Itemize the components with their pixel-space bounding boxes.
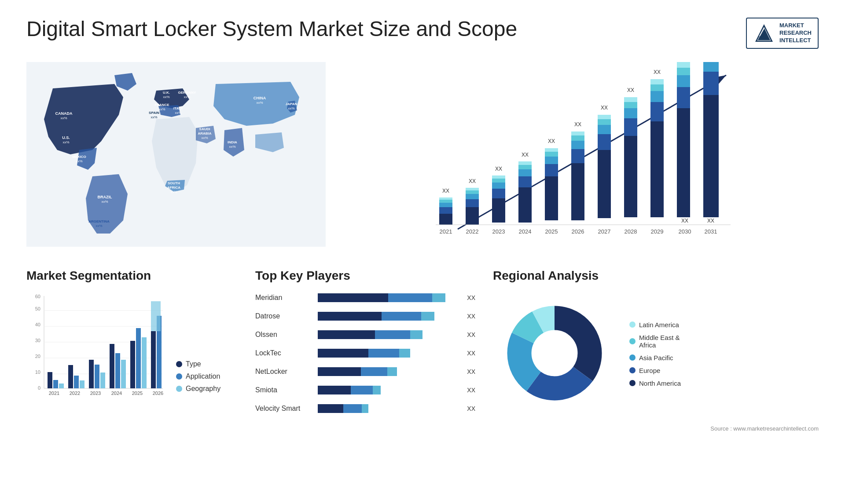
player-row-netlocker: NetLocker XX [255, 365, 475, 378]
svg-rect-162 [368, 349, 399, 358]
svg-text:xx%: xx% [62, 140, 69, 144]
svg-rect-94 [677, 75, 690, 87]
svg-rect-95 [677, 68, 690, 75]
svg-rect-167 [318, 386, 351, 394]
svg-text:xx%: xx% [101, 200, 108, 204]
svg-text:30: 30 [35, 338, 40, 343]
svg-rect-141 [136, 328, 141, 388]
svg-text:GERMANY: GERMANY [178, 91, 197, 95]
player-row-smiota: Smiota XX [255, 384, 475, 396]
svg-text:xx%: xx% [96, 224, 102, 228]
player-bar-smiota [318, 384, 458, 396]
svg-rect-171 [343, 404, 362, 413]
svg-rect-99 [703, 62, 719, 72]
svg-rect-152 [318, 293, 388, 302]
player-bar-olssen [318, 329, 458, 341]
svg-text:0: 0 [38, 385, 40, 391]
legend-application: Application [176, 373, 220, 380]
svg-rect-52 [492, 183, 505, 189]
svg-text:xx%: xx% [201, 136, 208, 140]
svg-text:U.S.: U.S. [62, 135, 70, 140]
svg-rect-44 [466, 207, 479, 225]
legend-dot-application [176, 373, 182, 380]
svg-rect-38 [439, 214, 452, 225]
svg-rect-168 [351, 386, 373, 394]
svg-rect-169 [373, 386, 381, 394]
svg-text:2021: 2021 [49, 391, 59, 396]
player-xx-velocity: XX [467, 405, 475, 412]
legend-label-asia-pacific: Asia Pacific [639, 354, 673, 362]
svg-text:ITALY: ITALY [173, 106, 183, 110]
legend-dot-europe [629, 367, 636, 373]
player-bar-velocity [318, 402, 458, 415]
bar-chart-area: XX XX XX [343, 62, 819, 247]
legend-label-europe: Europe [639, 367, 660, 374]
player-xx-netlocker: XX [467, 368, 475, 375]
svg-text:U.K.: U.K. [163, 91, 170, 95]
legend-label-type: Type [186, 360, 201, 368]
svg-text:2023: 2023 [492, 228, 505, 235]
svg-rect-136 [100, 373, 105, 388]
bottom-section: Market Segmentation 0 10 20 30 40 50 60 [26, 269, 819, 432]
svg-text:AFRICA: AFRICA [167, 186, 180, 190]
svg-text:2021: 2021 [440, 228, 452, 235]
svg-rect-159 [375, 330, 410, 339]
svg-rect-71 [571, 135, 584, 141]
svg-rect-69 [571, 149, 584, 163]
svg-rect-86 [650, 121, 664, 217]
legend-dot-asia-pacific [629, 354, 636, 361]
svg-text:xx%: xx% [229, 145, 235, 149]
svg-rect-96 [677, 62, 690, 68]
logo: MARKETRESEARCHINTELLECT [746, 18, 819, 49]
svg-rect-74 [598, 150, 611, 218]
svg-rect-158 [318, 330, 375, 339]
svg-text:XX: XX [442, 188, 449, 194]
regional-legend-north-america: North America [629, 380, 681, 387]
svg-rect-78 [598, 115, 611, 119]
svg-rect-66 [545, 148, 558, 152]
segmentation-title: Market Segmentation [26, 269, 238, 283]
svg-rect-50 [492, 198, 505, 223]
svg-rect-80 [624, 136, 637, 217]
svg-rect-166 [387, 367, 397, 376]
player-row-velocity: Velocity Smart XX [255, 402, 475, 415]
svg-text:50: 50 [35, 306, 40, 311]
player-name-netlocker: NetLocker [255, 368, 312, 376]
svg-text:ARABIA: ARABIA [198, 131, 211, 135]
svg-rect-163 [399, 349, 410, 358]
svg-rect-90 [650, 79, 664, 84]
svg-text:MEXICO: MEXICO [72, 155, 86, 159]
player-name-smiota: Smiota [255, 386, 312, 394]
svg-text:xx%: xx% [184, 95, 190, 99]
svg-text:10: 10 [35, 369, 40, 375]
svg-text:XX: XX [707, 218, 714, 224]
svg-text:JAPAN: JAPAN [286, 102, 298, 106]
player-xx-datrose: XX [467, 313, 475, 320]
svg-text:XX: XX [548, 138, 555, 144]
svg-rect-170 [318, 404, 343, 413]
regional-legend-europe: Europe [629, 367, 681, 374]
legend-dot-north-america [629, 380, 636, 386]
svg-text:XX: XX [627, 87, 634, 93]
svg-text:2031: 2031 [705, 228, 717, 235]
svg-text:XX: XX [522, 152, 529, 158]
svg-rect-84 [624, 97, 637, 102]
svg-rect-145 [151, 301, 161, 331]
svg-text:2026: 2026 [153, 391, 163, 396]
legend-label-geography: Geography [186, 385, 220, 393]
svg-rect-156 [382, 312, 421, 321]
segmentation-chart-svg: 0 10 20 30 40 50 60 [26, 292, 167, 406]
key-players-area: Top Key Players Meridian XX Datrose [255, 269, 475, 415]
svg-rect-68 [571, 163, 584, 220]
svg-rect-155 [318, 312, 382, 321]
player-name-datrose: Datrose [255, 312, 312, 320]
svg-text:xx%: xx% [288, 106, 294, 110]
svg-rect-39 [439, 207, 452, 214]
svg-rect-51 [492, 189, 505, 198]
svg-rect-139 [121, 360, 126, 388]
legend-geography: Geography [176, 385, 220, 393]
svg-rect-58 [518, 169, 532, 176]
svg-text:BRAZIL: BRAZIL [98, 195, 112, 199]
svg-rect-88 [650, 91, 664, 102]
svg-text:SAUDI: SAUDI [199, 127, 210, 131]
